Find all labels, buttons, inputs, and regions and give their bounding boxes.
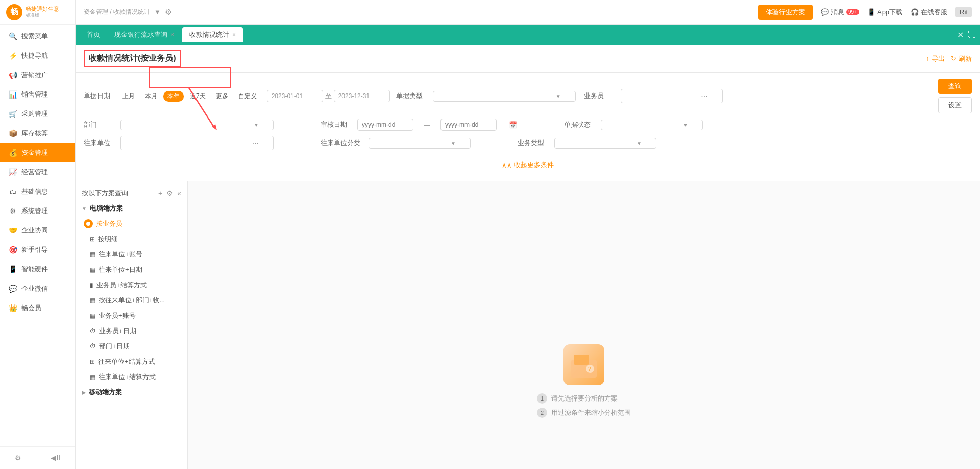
audit-date-from-input[interactable] bbox=[357, 119, 413, 131]
tab-home[interactable]: 首页 bbox=[80, 27, 107, 42]
doc-status-select[interactable]: ▼ bbox=[601, 120, 703, 130]
audit-date-to-input[interactable] bbox=[440, 119, 497, 131]
date-custom[interactable]: 自定义 bbox=[234, 91, 261, 102]
add-scheme-btn[interactable]: + bbox=[158, 189, 162, 197]
sidebar-item-newbie[interactable]: 🎯 新手引导 bbox=[0, 240, 75, 260]
header-right: 体验行业方案 💬 消息 99+ 📱 App下载 🎧 在线客服 Rit bbox=[758, 5, 972, 20]
app-download-btn[interactable]: 📱 App下载 bbox=[867, 8, 902, 17]
partner-category-select[interactable]: ▼ bbox=[369, 138, 471, 149]
doc-type-select[interactable]: ▼ bbox=[433, 91, 576, 102]
sidebar-bottom: ⚙ ◀II bbox=[0, 446, 75, 469]
logo-badge: 标准版 bbox=[26, 12, 59, 19]
tree-item-salesman-account[interactable]: ▦ 业务员+账号 bbox=[76, 308, 187, 323]
breadcrumb-dropdown-icon[interactable]: ▼ bbox=[154, 8, 161, 16]
tree-item-dept-date[interactable]: ⏱ 部门+日期 bbox=[76, 339, 187, 354]
sidebar-item-sales[interactable]: 📊 销售管理 bbox=[0, 85, 75, 104]
tree-item-partner-account[interactable]: ▦ 往来单位+账号 bbox=[76, 247, 187, 262]
sidebar-item-search[interactable]: 🔍 搜索菜单 bbox=[0, 27, 75, 46]
sidebar-item-system[interactable]: ⚙ 系统管理 bbox=[0, 201, 75, 221]
date-this-year[interactable]: 本年 bbox=[163, 91, 184, 102]
message-badge: 99+ bbox=[846, 9, 859, 15]
table4-icon: ▦ bbox=[90, 312, 95, 319]
tree-item-partner-date[interactable]: ▦ 往来单位+日期 bbox=[76, 262, 187, 277]
tree-item-salesman-date[interactable]: ⏱ 业务员+日期 bbox=[76, 323, 187, 339]
grid2-icon: ⊞ bbox=[90, 358, 95, 365]
salesman-more-icon[interactable]: ··· bbox=[701, 91, 707, 101]
tab-close-all-icon[interactable]: ✕ bbox=[957, 30, 964, 40]
partner-more-icon[interactable]: ··· bbox=[252, 138, 259, 148]
sidebar-item-quicknav[interactable]: ⚡ 快捷导航 bbox=[0, 46, 75, 65]
tab-receipt-stats-close[interactable]: × bbox=[232, 31, 236, 38]
collapse-more-btn[interactable]: ∧∧ 收起更多条件 bbox=[84, 155, 972, 175]
refresh-icon: ↻ bbox=[951, 55, 957, 62]
audit-date-label: 审核日期 bbox=[321, 120, 349, 129]
query-button[interactable]: 查询 bbox=[938, 79, 972, 94]
date-this-month[interactable]: 本月 bbox=[141, 91, 161, 102]
date-7days[interactable]: 近7天 bbox=[186, 91, 210, 102]
sidebar-item-hardware[interactable]: 📱 智能硬件 bbox=[0, 260, 75, 279]
date-to-input[interactable] bbox=[334, 90, 390, 102]
salesman-select[interactable]: ··· bbox=[621, 89, 723, 103]
header-settings-icon[interactable]: ⚙ bbox=[165, 7, 172, 17]
tab-bank-flow-close[interactable]: × bbox=[170, 31, 174, 38]
message-btn[interactable]: 💬 消息 99+ bbox=[821, 8, 859, 17]
step-1-number: 1 bbox=[537, 393, 547, 404]
sidebar-settings-btn[interactable]: ⚙ bbox=[10, 451, 27, 465]
tree-group-desktop[interactable]: ▼ 电脑端方案 bbox=[76, 201, 187, 216]
sidebar-item-member[interactable]: 👑 畅会员 bbox=[0, 298, 75, 318]
trial-button[interactable]: 体验行业方案 bbox=[758, 5, 813, 20]
page-header-right: ↑ 导出 ↻ 刷新 bbox=[926, 54, 972, 63]
sidebar-item-finance[interactable]: 💰 资金管理 bbox=[0, 143, 75, 162]
sidebar-item-purchase[interactable]: 🛒 采购管理 bbox=[0, 104, 75, 124]
purchase-icon: 🛒 bbox=[8, 109, 17, 119]
active-scheme-icon bbox=[84, 219, 93, 228]
logo-icon: 畅 bbox=[6, 4, 22, 20]
svg-text:?: ? bbox=[588, 366, 591, 372]
sidebar-collapse-btn[interactable]: ◀II bbox=[45, 451, 65, 465]
page-header: 收款情况统计(按业务员) ↑ 导出 ↻ 刷新 bbox=[76, 45, 980, 73]
tab-receipt-stats[interactable]: 收款情况统计 × bbox=[182, 27, 243, 42]
tree-item-by-detail[interactable]: ⊞ 按明细 bbox=[76, 231, 187, 247]
tree-item-salesman-settlement[interactable]: ▮ 业务员+结算方式 bbox=[76, 277, 187, 293]
operations-icon: 📈 bbox=[8, 168, 17, 177]
user-avatar[interactable]: Rit bbox=[955, 7, 972, 17]
settings-button[interactable]: 设置 bbox=[938, 97, 972, 113]
grid-icon: ⊞ bbox=[90, 236, 95, 243]
table3-icon: ▦ bbox=[90, 297, 95, 304]
tree-item-partner-settlement2[interactable]: ▦ 往来单位+结算方式 bbox=[76, 369, 187, 385]
tree-item-partner-dept[interactable]: ▦ 按往来单位+部门+收... bbox=[76, 293, 187, 308]
breadcrumb: 资金管理 / 收款情况统计 bbox=[84, 8, 150, 16]
tab-maximize-icon[interactable]: ⛶ bbox=[968, 30, 976, 39]
dept-select[interactable]: ▼ bbox=[120, 120, 274, 130]
partner-select[interactable]: ··· bbox=[120, 136, 274, 150]
date-last-month[interactable]: 上月 bbox=[118, 91, 139, 102]
left-panel-header: 按以下方案查询 + ⚙ « bbox=[76, 185, 187, 201]
refresh-button[interactable]: ↻ 刷新 bbox=[951, 54, 972, 63]
tree-item-partner-settlement1[interactable]: ⊞ 往来单位+结算方式 bbox=[76, 354, 187, 369]
date-more[interactable]: 更多 bbox=[212, 91, 232, 102]
tab-bank-flow[interactable]: 现金银行流水查询 × bbox=[107, 27, 181, 42]
tab-bar-right: ✕ ⛶ bbox=[957, 30, 976, 40]
sidebar-item-operations[interactable]: 📈 经营管理 bbox=[0, 162, 75, 182]
biz-type-select[interactable]: ▼ bbox=[554, 138, 656, 149]
panel-collapse-btn[interactable]: « bbox=[177, 189, 181, 197]
partner-label: 往来单位 bbox=[84, 138, 112, 148]
tree-group-mobile[interactable]: ▶ 移动端方案 bbox=[76, 385, 187, 400]
sidebar-item-basic[interactable]: 🗂 基础信息 bbox=[0, 182, 75, 201]
customer-service-btn[interactable]: 🎧 在线客服 bbox=[911, 8, 947, 17]
calendar-icon[interactable]: 📅 bbox=[509, 121, 517, 129]
empty-illustration: ? bbox=[564, 344, 604, 385]
member-icon: 👑 bbox=[8, 303, 17, 313]
filter-query-actions: 查询 设置 bbox=[938, 79, 972, 113]
top-header: 资金管理 / 收款情况统计 ▼ ⚙ 体验行业方案 💬 消息 99+ 📱 App下… bbox=[76, 0, 980, 25]
partner-category-arrow-icon: ▼ bbox=[451, 140, 456, 146]
scheme-settings-btn[interactable]: ⚙ bbox=[166, 189, 173, 197]
sidebar-item-wechat[interactable]: 💬 企业微信 bbox=[0, 279, 75, 298]
date-from-input[interactable] bbox=[267, 90, 323, 102]
tree-item-by-salesman[interactable]: 按业务员 bbox=[76, 216, 187, 231]
sidebar-item-enterprise[interactable]: 🤝 企业协同 bbox=[0, 221, 75, 240]
export-button[interactable]: ↑ 导出 bbox=[926, 54, 945, 63]
doc-type-label: 单据类型 bbox=[396, 91, 425, 101]
sidebar-item-marketing[interactable]: 📢 营销推广 bbox=[0, 65, 75, 85]
sidebar-item-inventory[interactable]: 📦 库存核算 bbox=[0, 124, 75, 143]
